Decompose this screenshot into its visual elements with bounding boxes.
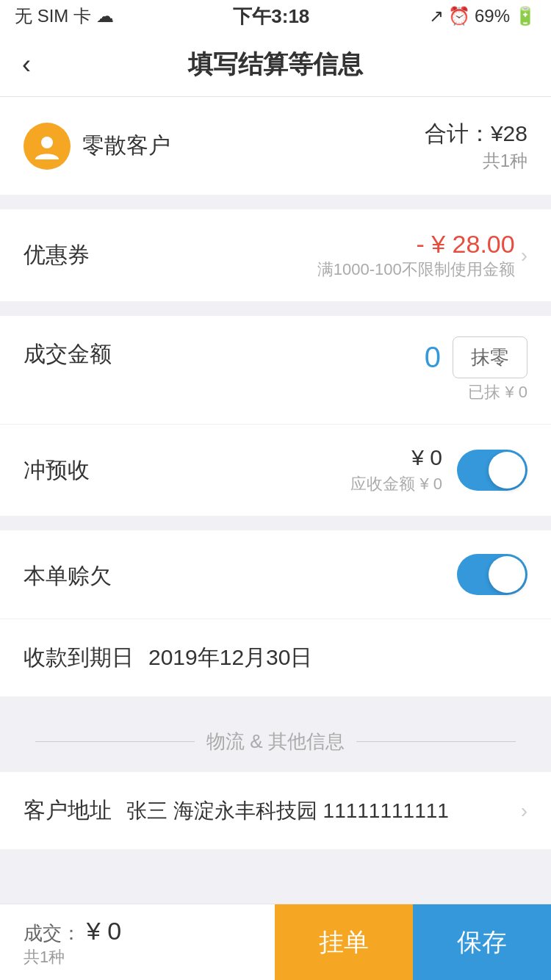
amount-with-btn: 0 抹零: [425, 336, 527, 378]
due-date-row: 收款到期日 2019年12月30日: [0, 619, 551, 696]
address-value: 张三 海淀永丰科技园 11111111111: [126, 797, 521, 825]
due-date-label: 收款到期日: [24, 643, 134, 673]
customer-row: 零散客户 合计：¥28 共1种: [0, 97, 551, 195]
deal-amount-right: 0 抹零 已抹 ¥ 0: [425, 336, 527, 403]
address-label: 客户地址: [24, 796, 112, 826]
battery-icon: 🔋: [514, 6, 536, 26]
deal-amount-row: 成交金额 0 抹零 已抹 ¥ 0: [0, 316, 551, 425]
deal-amount-sub: 已抹 ¥ 0: [468, 381, 527, 403]
status-time: 下午3:18: [233, 4, 309, 29]
status-right: ↗ ⏰ 69% 🔋: [429, 6, 536, 26]
due-date-value: 2019年12月30日: [148, 643, 312, 673]
debt-section: 本单赊欠 收款到期日 2019年12月30日: [0, 530, 551, 696]
prepayment-right: ¥ 0 应收金额 ¥ 0: [350, 445, 527, 495]
debt-row: 本单赊欠: [0, 530, 551, 619]
avatar: [24, 123, 71, 170]
address-chevron-icon: ›: [521, 799, 527, 823]
deal-amount-label: 成交金额: [24, 336, 112, 370]
status-bar: 无 SIM 卡 ☁ 下午3:18 ↗ ⏰ 69% 🔋: [0, 0, 551, 32]
prepayment-label: 冲预收: [24, 455, 90, 486]
bottom-count: 共1种: [24, 946, 251, 968]
page-title: 填写结算等信息: [188, 48, 363, 82]
nav-bar: ‹ 填写结算等信息: [0, 32, 551, 97]
total-count: 共1种: [425, 149, 527, 173]
battery-text: 69%: [475, 6, 510, 26]
customer-left: 零散客户: [24, 123, 170, 170]
deal-amount-value: 0: [425, 341, 441, 374]
coupon-desc: 满1000-100不限制使用金额: [317, 259, 515, 281]
bottom-deal-amount: ¥ 0: [87, 917, 121, 945]
prepayment-row: 冲预收 ¥ 0 应收金额 ¥ 0: [0, 425, 551, 516]
logistics-header: 物流 & 其他信息: [0, 711, 551, 772]
deal-amount-section: 成交金额 0 抹零 已抹 ¥ 0 冲预收 ¥ 0 应收金额 ¥ 0: [0, 316, 551, 516]
toggle-knob: [489, 452, 525, 489]
prepayment-amount: ¥ 0: [411, 445, 442, 470]
customer-right: 合计：¥28 共1种: [425, 119, 527, 173]
status-left: 无 SIM 卡 ☁: [15, 4, 114, 28]
prepayment-info: ¥ 0 应收金额 ¥ 0: [350, 445, 442, 495]
save-button[interactable]: 保存: [413, 904, 551, 980]
address-section: 客户地址 张三 海淀永丰科技园 11111111111 ›: [0, 772, 551, 849]
customer-name: 零散客户: [82, 131, 170, 161]
customer-section: 零散客户 合计：¥28 共1种: [0, 97, 551, 195]
bottom-bar: 成交： ¥ 0 共1种 挂单 保存: [0, 904, 551, 980]
svg-point-0: [41, 137, 53, 148]
location-icon: ↗: [429, 6, 444, 26]
debt-toggle-knob: [489, 556, 525, 593]
debt-label: 本单赊欠: [24, 558, 112, 591]
logistics-label: 物流 & 其他信息: [206, 729, 345, 754]
coupon-label: 优惠券: [24, 240, 90, 270]
total-amount: 合计：¥28: [425, 119, 527, 149]
coupon-info: - ¥ 28.00 满1000-100不限制使用金额: [317, 230, 515, 281]
coupon-right: - ¥ 28.00 满1000-100不限制使用金额 ›: [317, 230, 527, 281]
coupon-row[interactable]: 优惠券 - ¥ 28.00 满1000-100不限制使用金额 ›: [0, 209, 551, 301]
coupon-amount: - ¥ 28.00: [317, 230, 515, 259]
coupon-section: 优惠券 - ¥ 28.00 满1000-100不限制使用金额 ›: [0, 209, 551, 301]
chevron-right-icon: ›: [521, 244, 527, 267]
bottom-deal-row: 成交： ¥ 0: [24, 917, 251, 946]
back-button[interactable]: ‹: [22, 49, 31, 80]
debt-toggle[interactable]: [457, 554, 527, 595]
bottom-deal-label: 成交：: [24, 922, 81, 944]
round-zero-button[interactable]: 抹零: [453, 336, 527, 378]
prepayment-sub: 应收金额 ¥ 0: [350, 473, 442, 495]
address-row[interactable]: 客户地址 张三 海淀永丰科技园 11111111111 ›: [0, 772, 551, 849]
prepayment-toggle[interactable]: [457, 450, 527, 491]
alarm-icon: ⏰: [448, 6, 470, 26]
bottom-info: 成交： ¥ 0 共1种: [0, 917, 275, 968]
bottom-buttons: 挂单 保存: [275, 904, 551, 980]
no-sim-text: 无 SIM 卡 ☁: [15, 4, 114, 28]
hang-order-button[interactable]: 挂单: [275, 904, 413, 980]
